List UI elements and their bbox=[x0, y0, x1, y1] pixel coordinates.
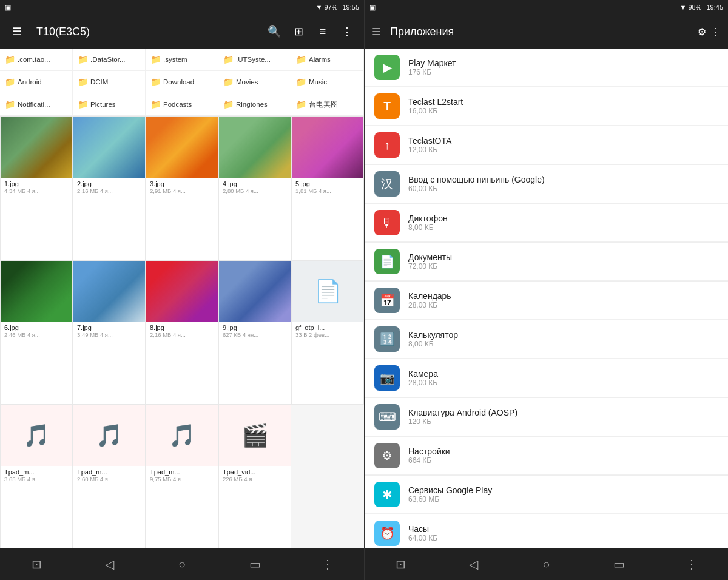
folder-icon: 📁 bbox=[5, 99, 15, 109]
folder-item[interactable]: 📁Pictures bbox=[73, 93, 146, 116]
folder-item[interactable]: 📁Ringtones bbox=[218, 93, 291, 116]
status-bar-left: ▣ ▼ 97% 19:55 bbox=[0, 0, 364, 15]
folder-item[interactable]: 📁Podcasts bbox=[146, 93, 218, 116]
file-item[interactable]: 2.jpg2,16 МБ 4 я... bbox=[73, 116, 146, 260]
overview-btn-right[interactable]: ▭ bbox=[604, 550, 633, 579]
app-item[interactable]: 📅 Календарь 28,00 КБ bbox=[365, 282, 728, 320]
file-item[interactable]: 6.jpg2,46 МБ 4 я... bbox=[0, 260, 73, 404]
app-item[interactable]: 汉 Ввод с помощью пиньинь (Google) 60,00 … bbox=[365, 165, 728, 203]
more-nav-btn-left[interactable]: ⋮ bbox=[313, 550, 342, 579]
app-icon: ⚙ bbox=[374, 443, 400, 468]
file-item[interactable]: 7.jpg3,49 МБ 4 я... bbox=[73, 260, 146, 404]
app-name: TeclastOTA bbox=[408, 136, 718, 146]
app-icon-text: T bbox=[383, 99, 391, 113]
app-size: 176 КБ bbox=[408, 68, 718, 76]
file-item[interactable]: 📄gf_otp_i...33 Б 2 фев... bbox=[291, 260, 364, 404]
back-btn-left[interactable]: ◁ bbox=[95, 550, 124, 579]
folder-icon: 📁 bbox=[78, 77, 88, 87]
folder-item[interactable]: 📁台电美图 bbox=[291, 93, 364, 116]
menu-icon-left[interactable]: ☰ bbox=[7, 22, 27, 41]
app-details: Документы 72,00 КБ bbox=[408, 252, 718, 271]
app-item[interactable]: ✱ Сервисы Google Play 63,60 МБ bbox=[365, 476, 728, 514]
app-icon-text: ▶ bbox=[383, 60, 392, 75]
file-icon: 📄 bbox=[314, 278, 342, 304]
folder-item[interactable]: 📁DCIM bbox=[73, 71, 146, 93]
file-name: 7.jpg bbox=[77, 324, 141, 331]
app-item[interactable]: ⌨ Клавиатура Android (AOSP) 120 КБ bbox=[365, 398, 728, 436]
app-name: Диктофон bbox=[408, 214, 718, 223]
folder-name: .system bbox=[163, 56, 187, 63]
folder-name: 台电美图 bbox=[309, 100, 338, 109]
folder-item[interactable]: 📁.DataStor... bbox=[73, 49, 146, 71]
search-icon-left[interactable]: 🔍 bbox=[265, 22, 284, 41]
settings-icon-right[interactable]: ⚙ bbox=[698, 26, 706, 38]
file-name: Tpad_m... bbox=[77, 468, 141, 476]
title-right: Приложения bbox=[390, 25, 693, 38]
folder-item[interactable]: 📁.com.tao... bbox=[0, 49, 73, 71]
file-item[interactable]: 4.jpg2,80 МБ 4 я... bbox=[218, 116, 291, 260]
audio-icon: 🎵 bbox=[169, 423, 196, 448]
app-item[interactable]: 🎙 Диктофон 8,00 КБ bbox=[365, 204, 728, 242]
home-btn-left[interactable]: ○ bbox=[167, 550, 197, 579]
folder-item[interactable]: 📁Notificati... bbox=[0, 93, 73, 116]
folder-name: Download bbox=[163, 78, 194, 86]
more-nav-btn-right[interactable]: ⋮ bbox=[677, 550, 706, 579]
app-item[interactable]: ▶ Play Маркет 176 КБ bbox=[365, 49, 728, 87]
file-name: 3.jpg bbox=[150, 180, 214, 187]
app-details: Teclast L2start 16,00 КБ bbox=[408, 97, 718, 115]
app-item[interactable]: ↑ TeclastOTA 12,00 КБ bbox=[365, 126, 728, 164]
folder-icon: 📁 bbox=[223, 77, 234, 87]
app-item[interactable]: ⏰ Часы 64,00 КБ bbox=[365, 514, 728, 548]
file-item[interactable]: 3.jpg2,91 МБ 4 я... bbox=[146, 116, 218, 260]
home-btn-right[interactable]: ○ bbox=[531, 550, 561, 579]
folder-item[interactable]: 📁Download bbox=[146, 71, 218, 93]
app-icon-text: 📷 bbox=[380, 371, 395, 385]
app-item[interactable]: T Teclast L2start 16,00 КБ bbox=[365, 87, 728, 126]
recent-btn-left[interactable]: ⊡ bbox=[22, 550, 51, 579]
sort-icon-left[interactable]: ≡ bbox=[313, 22, 332, 41]
audio-icon: 🎵 bbox=[23, 423, 50, 448]
app-item[interactable]: ⚙ Настройки 664 КБ bbox=[365, 437, 728, 475]
file-info: 5.jpg1,81 МБ 4 я... bbox=[292, 178, 363, 197]
file-item[interactable]: 5.jpg1,81 МБ 4 я... bbox=[291, 116, 364, 260]
folder-item[interactable]: 📁.system bbox=[146, 49, 218, 71]
more-icon-left[interactable]: ⋮ bbox=[337, 22, 357, 41]
file-name: 5.jpg bbox=[295, 180, 360, 187]
folder-name: .UTSyste... bbox=[236, 56, 271, 63]
status-right-icon: ▣ bbox=[369, 4, 376, 12]
more-icon-right[interactable]: ⋮ bbox=[711, 26, 721, 38]
folder-item[interactable]: 📁Android bbox=[0, 71, 73, 93]
recent-btn-right[interactable]: ⊡ bbox=[386, 550, 416, 579]
folder-item[interactable]: 📁Movies bbox=[218, 71, 291, 93]
file-info: 1.jpg4,34 МБ 4 я... bbox=[1, 178, 72, 197]
file-item[interactable]: 🎬Tpad_vid...226 МБ 4 я... bbox=[218, 405, 291, 548]
folder-item[interactable]: 📁.UTSyste... bbox=[218, 49, 291, 71]
file-item[interactable]: 🎵Tpad_m...3,65 МБ 4 я... bbox=[0, 405, 73, 548]
file-thumbnail bbox=[146, 261, 218, 322]
app-details: Сервисы Google Play 63,60 МБ bbox=[408, 485, 718, 504]
app-item[interactable]: 📷 Камера 28,00 КБ bbox=[365, 359, 728, 397]
folder-item[interactable]: 📁Alarms bbox=[291, 49, 364, 71]
file-item[interactable]: 9.jpg627 КБ 4 ян... bbox=[218, 260, 291, 404]
file-info: gf_otp_i...33 Б 2 фев... bbox=[292, 322, 363, 340]
audio-thumbnail: 🎵 bbox=[146, 405, 218, 466]
overview-btn-left[interactable]: ▭ bbox=[240, 550, 269, 579]
app-details: Калькулятор 8,00 КБ bbox=[408, 330, 718, 348]
app-item[interactable]: 🔢 Калькулятор 8,00 КБ bbox=[365, 320, 728, 359]
file-item[interactable]: 🎵Tpad_m...9,75 МБ 4 я... bbox=[146, 405, 218, 548]
file-item[interactable]: 1.jpg4,34 МБ 4 я... bbox=[0, 116, 73, 260]
back-btn-right[interactable]: ◁ bbox=[459, 550, 488, 579]
app-item[interactable]: 📄 Документы 72,00 КБ bbox=[365, 243, 728, 281]
app-list: ▶ Play Маркет 176 КБ T Teclast L2start 1… bbox=[365, 49, 728, 548]
folder-name: Notificati... bbox=[18, 101, 50, 108]
file-item[interactable]: 🎵Tpad_m...2,60 МБ 4 я... bbox=[73, 405, 146, 548]
app-details: Клавиатура Android (AOSP) 120 КБ bbox=[408, 408, 718, 426]
app-icon: T bbox=[374, 93, 400, 119]
app-icon: ⏰ bbox=[374, 521, 400, 546]
grid-icon-left[interactable]: ⊞ bbox=[289, 22, 308, 41]
file-thumbnail bbox=[1, 117, 72, 178]
folder-item[interactable]: 📁Music bbox=[291, 71, 364, 93]
file-item[interactable]: 8.jpg2,16 МБ 4 я... bbox=[146, 260, 218, 404]
menu-icon-right[interactable]: ☰ bbox=[372, 26, 380, 38]
app-name: Teclast L2start bbox=[408, 97, 718, 107]
